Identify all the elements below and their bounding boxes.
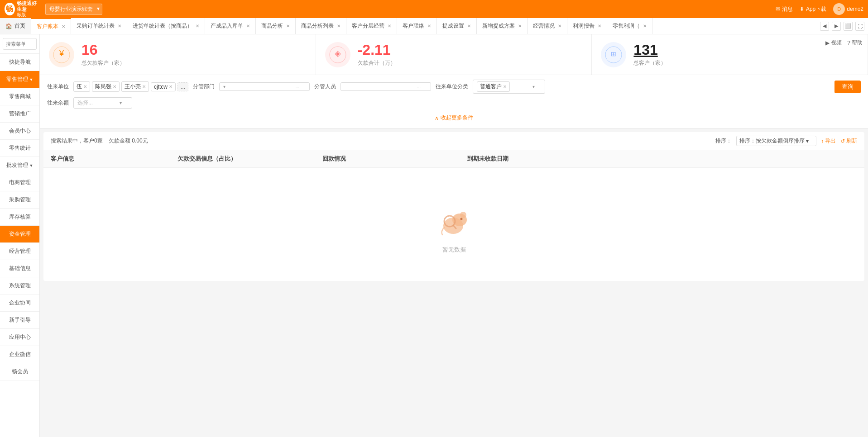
col-due-date: 到期未收款日期 [467,155,857,163]
sidebar-item-enterprise-collab[interactable]: 企业协同 [0,294,39,312]
sidebar-item-inventory[interactable]: 库存核算 [0,209,39,226]
close-tab-commission-setting[interactable]: ✕ [467,24,471,28]
close-tab-customer-account[interactable]: ✕ [62,24,65,29]
sidebar-item-quick-nav[interactable]: 快捷导航 [0,54,39,71]
unit-classify-select[interactable]: 普通客户 ✕ ▾ [473,80,545,94]
more-tags-btn[interactable]: ... [177,82,188,91]
sidebar-item-wholesale-mgmt[interactable]: 批发管理 ▼ [0,157,39,174]
nav-fullscreen[interactable]: ⛶ [855,22,864,31]
remove-tag-normal[interactable]: ✕ [503,84,507,89]
person-select[interactable]: ... [340,82,431,91]
sidebar-item-enterprise-wechat[interactable]: 企业微信 [0,346,39,363]
close-tab-purchase-order[interactable]: ✕ [118,24,121,28]
sidebar-item-member-center[interactable]: 会员中心 [0,123,39,140]
chevron-down-icon-wholesale: ▼ [29,163,34,168]
sidebar-item-retail-shop[interactable]: 零售商城 [0,88,39,105]
message-icon: ✉ [776,6,780,12]
tab-business-status[interactable]: 经营情况 ✕ [528,18,567,34]
col-customer-info: 客户信息 [51,155,177,163]
amount-select[interactable]: 选择... ▾ [73,97,132,109]
tab-goods-in[interactable]: 进货单统计表（按商品） ✕ [127,18,205,34]
tab-customer-contact[interactable]: 客户联络 ✕ [397,18,437,34]
dept-select[interactable]: ▾ ... [219,82,310,91]
close-tab-goods-analysis-list[interactable]: ✕ [337,24,340,28]
close-tab-product-in[interactable]: ✕ [246,24,250,28]
sidebar-item-retail-mgmt[interactable]: 零售管理 ▼ [0,71,39,88]
remove-tag-cjttcw[interactable]: ✕ [169,84,173,89]
tag-wu[interactable]: 伍 ✕ [73,81,90,92]
query-button[interactable]: 查询 [834,81,861,93]
stat-value-total: 131 [633,42,858,58]
close-tab-profit-report[interactable]: ✕ [598,24,601,28]
close-tab-retail-profit[interactable]: ✕ [643,24,647,28]
stat-overdue-amount: ◈ -2.11 欠款合计（万） [316,34,592,75]
tab-customer-account[interactable]: 客户账本 ✕ [31,18,71,34]
close-tab-new-commission[interactable]: ✕ [518,24,522,28]
logo-text: 畅捷通好生意 [17,0,41,12]
tab-home[interactable]: 🏠 首页 [0,18,31,34]
tab-new-commission[interactable]: 新增提成方案 ✕ [477,18,528,34]
sort-value: 排序：按欠款金额倒序排序 [739,137,805,145]
stats-row: ¥ 16 总欠款客户（家） ◈ -2.11 欠款合计（ [40,34,868,75]
table-area: 搜索结果中，客户0家 欠款金额 0.00元 排序： 排序：按欠款金额倒序排序 ▾… [43,132,864,281]
stat-label-total: 总客户（家） [633,59,858,67]
remove-tag-wang[interactable]: ✕ [142,84,146,89]
refresh-btn[interactable]: ↺ 刷新 [840,137,857,145]
tag-normal-customer[interactable]: 普通客户 ✕ [477,81,510,92]
stat-value-amount: -2.11 [358,42,583,58]
close-tab-business-status[interactable]: ✕ [558,24,561,28]
close-tab-goods-in[interactable]: ✕ [196,24,199,28]
search-input[interactable] [3,38,37,50]
svg-text:◈: ◈ [335,49,341,58]
nav-prev-arrow[interactable]: ◀ [820,22,829,31]
sidebar-item-system-mgmt[interactable]: 系统管理 [0,277,39,294]
tag-cjttcw[interactable]: cjttcw ✕ [151,82,176,91]
sort-select[interactable]: 排序：按欠款金额倒序排序 ▾ [736,136,816,146]
sidebar-item-marketing[interactable]: 营销推广 [0,105,39,123]
search-summary: 搜索结果中，客户0家 欠款金额 0.00元 [51,137,148,145]
video-link[interactable]: ▶ 视频 [825,39,842,47]
tab-commission-setting[interactable]: 提成设置 ✕ [437,18,477,34]
tab-retail-profit[interactable]: 零售利润（ ✕ [607,18,652,34]
sidebar-item-finance-mgmt[interactable]: 资金管理 [0,226,39,243]
tab-goods-analysis[interactable]: 商品分析 ✕ [256,18,296,34]
tag-chen[interactable]: 陈民强 ✕ [92,81,120,92]
close-tab-goods-analysis[interactable]: ✕ [286,24,290,28]
table-empty: 暂无数据 [43,168,864,281]
app-download-btn[interactable]: ⬇ App下载 [800,5,826,13]
sidebar-item-ecommerce-mgmt[interactable]: 电商管理 [0,174,39,191]
nav-next-arrow[interactable]: ▶ [832,22,841,31]
stat-icon-amount: ◈ [325,42,350,67]
tag-wang[interactable]: 王小亮 ✕ [121,81,149,92]
empty-text: 暂无数据 [442,246,466,254]
sidebar-item-purchase-mgmt[interactable]: 采购管理 [0,191,39,209]
message-btn[interactable]: ✉ 消息 [776,5,793,13]
nav-more-arrow[interactable]: ⬜ [844,22,853,31]
person-more-icon: ... [417,84,421,89]
sidebar-item-operation-mgmt[interactable]: 经营管理 [0,243,39,260]
sidebar-item-chang-member[interactable]: 畅会员 [0,363,39,380]
tab-profit-report[interactable]: 利润报告 ✕ [567,18,607,34]
layout: 快捷导航 零售管理 ▼ 零售商城 营销推广 会员中心 零售统计 批发管理 ▼ 电… [0,34,868,437]
sidebar-item-newbie-guide[interactable]: 新手引导 [0,312,39,329]
help-link[interactable]: ? 帮助 [847,39,863,47]
sort-label: 排序： [715,137,732,145]
remove-tag-chen[interactable]: ✕ [113,84,116,89]
stat-info-overdue: 16 总欠款客户（家） [82,42,307,66]
tab-product-in[interactable]: 产成品入库单 ✕ [205,18,256,34]
tab-goods-analysis-list[interactable]: 商品分析列表 ✕ [296,18,346,34]
remove-tag-wu[interactable]: ✕ [83,84,87,89]
close-tab-customer-tier[interactable]: ✕ [388,24,391,28]
close-tab-customer-contact[interactable]: ✕ [427,24,431,28]
sidebar-item-retail-stats[interactable]: 零售统计 [0,140,39,157]
user-menu[interactable]: D demo2 [833,3,863,15]
sidebar-item-app-center[interactable]: 应用中心 [0,329,39,346]
col-overdue-info: 欠款交易信息（占比） [177,155,322,163]
account-dropdown[interactable]: 母婴行业演示账套 [45,4,102,15]
tab-customer-tier[interactable]: 客户分层经营 ✕ [346,18,397,34]
export-btn[interactable]: ↑ 导出 [821,137,836,145]
tab-purchase-order[interactable]: 采购订单统计表 ✕ [71,18,127,34]
sidebar-item-basic-info[interactable]: 基础信息 [0,260,39,277]
collapse-filter-btn[interactable]: ∧ 收起更多条件 [47,112,861,124]
svg-text:⊞: ⊞ [611,50,616,57]
